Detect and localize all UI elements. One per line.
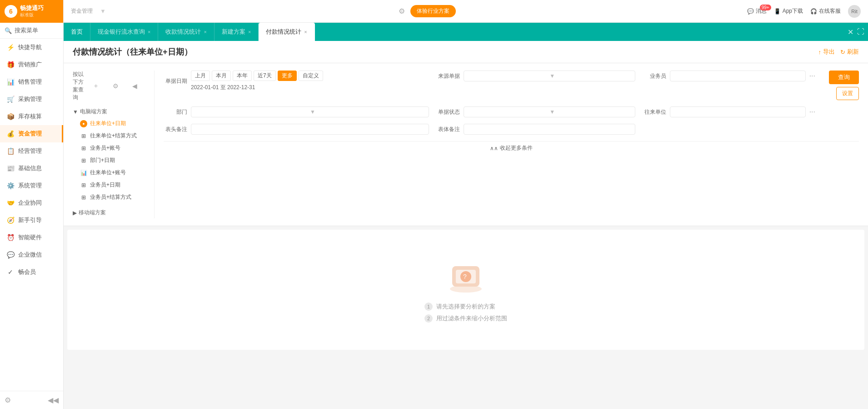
sidebar-item-fund[interactable]: 💰 资金管理 [0,125,63,142]
scheme-unit-settle[interactable]: ⊞ 往来单位+结算方式 [76,130,149,142]
settings-button[interactable]: 设置 [836,87,859,100]
basic-icon: 📰 [6,164,15,172]
tab-payment[interactable]: 付款情况统计 × [259,23,314,41]
date-this-month[interactable]: 本月 [212,71,231,81]
header-note-label: 表头备注 [164,126,187,133]
filter-scheme-sidebar: 按以下方案查询 ＋ ⚙ ◀ ▼ 电脑端方案 ● 往来单位+日期 [73,71,155,218]
header-note-input[interactable] [191,124,429,135]
tab-new-scheme[interactable]: 新建方案 × [215,23,259,41]
scheme-table-icon: ⊞ [80,132,87,140]
status-select[interactable]: ▼ [464,106,635,117]
staff-field: 业务员 ··· [643,71,815,81]
sidebar-nav: ⚡ 快捷导航 🎁 营销推广 📊 销售管理 🛒 采购管理 📦 库存核算 💰 资金管… [0,39,63,391]
scheme-header: 按以下方案查询 ＋ ⚙ ◀ [73,71,149,101]
staff-input[interactable] [670,71,805,81]
tab-bank-close[interactable]: × [148,29,150,35]
message-icon: 💬 [747,8,754,15]
scheme-unit-date[interactable]: ● 往来单位+日期 [76,117,149,130]
dept-label: 部门 [164,108,187,116]
tab-bank[interactable]: 现金银行流水查询 × [90,23,158,41]
scheme-staff-date[interactable]: ⊞ 业务员+日期 [76,179,149,191]
app-download-button[interactable]: 📱 App下载 [774,7,803,15]
main-area: 资金管理 ▼ ⚙ 体验行业方案 💬 消息 99+ 📱 App下载 🎧 在线客服 … [64,0,868,409]
filter-row-3: 表头备注 表体备注 [164,124,859,135]
avatar[interactable]: Rit [848,5,861,18]
collapse-sidebar-icon[interactable]: ◀◀ [48,396,59,404]
scheme-unit-account[interactable]: 📊 往来单位+账号 [76,167,149,179]
sidebar-item-hardware[interactable]: ⏰ 智能硬件 [0,229,63,246]
tab-receipt-close[interactable]: × [204,29,206,35]
sidebar-item-basic[interactable]: 📰 基础信息 [0,160,63,177]
sidebar-item-member[interactable]: ✓ 畅会员 [0,263,63,281]
query-button[interactable]: 查询 [829,71,859,84]
body-note-input[interactable] [464,124,635,135]
source-control: ▼ [464,71,635,81]
status-label: 单据状态 [436,108,460,116]
source-select[interactable]: ▼ [464,71,635,81]
sidebar-item-quick-nav[interactable]: ⚡ 快捷导航 [0,39,63,56]
dept-select[interactable]: ▼ [191,106,429,117]
quick-nav-icon: ⚡ [6,43,15,51]
status-field: 单据状态 ▼ [436,106,635,117]
staff-control: ··· [670,71,815,81]
sidebar-item-marketing[interactable]: 🎁 营销推广 [0,56,63,73]
collapse-more-button[interactable]: ∧∧ 收起更多条件 [164,141,859,155]
refresh-button[interactable]: ↻ 刷新 [840,48,859,56]
filter-panel: 按以下方案查询 ＋ ⚙ ◀ ▼ 电脑端方案 ● 往来单位+日期 [64,63,868,226]
unit-input[interactable] [670,106,805,117]
tab-new-scheme-close[interactable]: × [248,29,251,35]
empty-illustration: ? [443,257,489,293]
date-last-month[interactable]: 上月 [191,71,210,81]
sidebar-search[interactable]: 🔍 搜索菜单 [0,23,63,39]
scheme-chart-icon: 📊 [80,169,87,177]
filter-row-1: 单据日期 上月 本月 本年 近7天 更多 自定义 2022-01-01 至 20… [164,71,859,100]
tab-home[interactable]: 首页 [64,23,90,41]
tab-receipt[interactable]: 收款情况统计 × [158,23,214,41]
empty-tip-2: 2 用过滤条件来缩小分析范围 [424,314,507,323]
date-more[interactable]: 更多 [278,71,297,81]
settings-footer-icon[interactable]: ⚙ [5,396,11,404]
date-this-year[interactable]: 本年 [233,71,252,81]
scheme-dept-date[interactable]: ⊞ 部门+日期 [76,154,149,167]
status-arrow: ▼ [549,109,631,115]
date-7days[interactable]: 近7天 [254,71,276,81]
unit-dots-icon[interactable]: ··· [809,108,815,116]
dept-field: 部门 ▼ [164,106,429,117]
desktop-scheme-title[interactable]: ▼ 电脑端方案 [73,106,149,117]
sidebar-item-wechat[interactable]: 💬 企业微信 [0,246,63,263]
online-service-button[interactable]: 🎧 在线客服 [810,7,841,15]
sidebar-item-guide[interactable]: 🧭 新手引导 [0,212,63,229]
sidebar-item-operation[interactable]: 📋 经营管理 [0,142,63,160]
maximize-icon[interactable]: ⛶ [857,28,864,36]
export-button[interactable]: ↑ 导出 [818,48,835,56]
gear-icon[interactable]: ⚙ [399,7,405,15]
trial-button[interactable]: 体验行业方案 [410,5,456,17]
add-scheme-icon[interactable]: ＋ [93,82,109,90]
body-note-field: 表体备注 [436,124,635,135]
sidebar-item-purchase[interactable]: 🛒 采购管理 [0,91,63,108]
tab-payment-close[interactable]: × [304,29,307,35]
scheme-table-icon-2: ⊞ [80,145,87,152]
sidebar-item-enterprise[interactable]: 🤝 企业协同 [0,194,63,212]
staff-dots-icon[interactable]: ··· [809,72,815,80]
sidebar-item-sales[interactable]: 📊 销售管理 [0,73,63,91]
scheme-settings-icon[interactable]: ⚙ [113,82,129,90]
scheme-staff-settle[interactable]: ⊞ 业务员+结算方式 [76,191,149,203]
mobile-section-arrow: ▶ [73,210,77,216]
purchase-icon: 🛒 [6,95,15,103]
wechat-icon: 💬 [6,251,15,259]
service-icon: 🎧 [810,8,817,15]
sidebar-item-inventory[interactable]: 📦 库存核算 [0,108,63,125]
collapse-scheme-icon[interactable]: ◀ [132,82,149,90]
sidebar-item-system[interactable]: ⚙️ 系统管理 [0,177,63,194]
topbar: 资金管理 ▼ ⚙ 体验行业方案 💬 消息 99+ 📱 App下载 🎧 在线客服 … [64,0,868,23]
scheme-staff-account[interactable]: ⊞ 业务员+账号 [76,142,149,154]
date-custom[interactable]: 自定义 [299,71,323,81]
close-window-icon[interactable]: ✕ [848,28,853,36]
mobile-scheme-title[interactable]: ▶ 移动端方案 [73,207,149,218]
unit-field: 往来单位 ··· [643,106,815,117]
empty-state: ? 1 请先选择要分析的方案 2 用过滤条件来缩小分析范围 [67,230,864,350]
source-field: 来源单据 ▼ [436,71,635,81]
message-button[interactable]: 💬 消息 99+ [747,7,767,15]
search-icon: 🔍 [5,27,12,34]
